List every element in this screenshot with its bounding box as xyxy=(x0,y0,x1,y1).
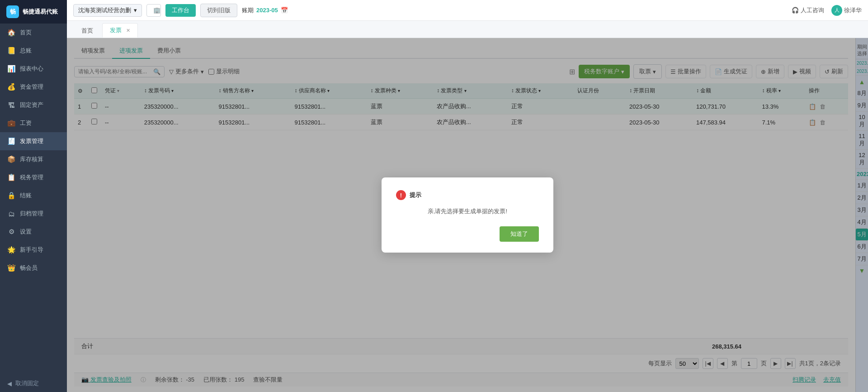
main-area: 沈海英测试经营勿删 ▾ 🏢 工作台 切到旧版 账期 2023-05 📅 🎧 人工… xyxy=(67,0,868,392)
sidebar-item-label: 新手引导 xyxy=(20,246,43,254)
sidebar-item-inventory[interactable]: 📦 库存核算 xyxy=(0,150,67,168)
tax-icon: 📋 xyxy=(7,173,15,182)
reports-icon: 📊 xyxy=(7,65,15,73)
help-button[interactable]: 🎧 人工咨询 xyxy=(792,6,824,14)
home-icon: 🏠 xyxy=(7,29,15,37)
sidebar-item-guide[interactable]: 🌟 新手引导 xyxy=(0,241,67,259)
content-area: 销项发票 进项发票 费用小票 🔍 ▽ 更多条件 ▾ xyxy=(67,38,868,392)
sidebar-item-label: 发票管理 xyxy=(20,137,43,145)
company-name: 沈海英测试经营勿删 xyxy=(78,6,131,14)
sidebar-item-label: 工资 xyxy=(20,119,32,127)
period-value: 2023-05 xyxy=(256,7,278,14)
tab-home[interactable]: 首页 xyxy=(74,24,100,38)
sidebar-item-invoices[interactable]: 🧾 发票管理 xyxy=(0,132,67,150)
logo-icon: 畅 xyxy=(6,5,19,18)
tab-invoices[interactable]: 发票 ✕ xyxy=(102,23,138,38)
main-content: 销项发票 进项发票 费用小票 🔍 ▽ 更多条件 ▾ xyxy=(67,38,855,392)
period-display: 账期 2023-05 📅 xyxy=(242,6,288,14)
calendar-icon[interactable]: 📅 xyxy=(281,7,288,14)
tab-close-icon[interactable]: ✕ xyxy=(126,28,130,33)
company-icon-btn[interactable]: 🏢 xyxy=(146,4,161,17)
invoices-icon: 🧾 xyxy=(7,137,15,145)
sidebar-item-label: 畅会员 xyxy=(20,264,38,272)
help-label: 人工咨询 xyxy=(801,6,824,14)
dialog-title: ! 提示 xyxy=(396,190,539,200)
vip-icon: 👑 xyxy=(7,264,15,272)
sidebar-item-closing[interactable]: 🔒 结账 xyxy=(0,186,67,205)
sidebar-logo: 畅 畅捷通易代账 xyxy=(0,0,67,24)
topbar: 沈海英测试经营勿删 ▾ 🏢 工作台 切到旧版 账期 2023-05 📅 🎧 人工… xyxy=(67,0,868,21)
switch-version-button[interactable]: 切到旧版 xyxy=(200,4,237,17)
payroll-icon: 💼 xyxy=(7,119,15,127)
sidebar-item-label: 固定资产 xyxy=(20,101,43,109)
ledger-icon: 📒 xyxy=(7,47,15,55)
sidebar: 畅 畅捷通易代账 🏠 首页 📒 总账 📊 报表中心 💰 资金管理 🏗 固定资产 … xyxy=(0,0,67,392)
sidebar-item-label: 库存核算 xyxy=(20,155,43,163)
period-label: 账期 xyxy=(242,6,254,14)
sidebar-item-label: 首页 xyxy=(20,29,32,37)
tab-invoices-label: 发票 xyxy=(110,27,122,33)
dialog-message: 亲,请先选择要生成单据的发票! xyxy=(396,207,539,215)
company-selector[interactable]: 沈海英测试经营勿删 ▾ xyxy=(73,4,142,17)
dialog-footer: 知道了 xyxy=(396,226,539,242)
settings-icon: ⚙ xyxy=(7,228,15,236)
sidebar-item-label: 总账 xyxy=(20,47,32,55)
sidebar-item-label: 结账 xyxy=(20,191,32,200)
sidebar-item-fixed-assets[interactable]: 🏗 固定资产 xyxy=(0,96,67,114)
funds-icon: 💰 xyxy=(7,83,15,91)
sidebar-item-payroll[interactable]: 💼 工资 xyxy=(0,114,67,132)
dialog-ok-button[interactable]: 知道了 xyxy=(500,226,539,242)
sidebar-item-archive[interactable]: 🗂 归档管理 xyxy=(0,205,67,223)
sidebar-item-label: 归档管理 xyxy=(20,210,43,218)
sidebar-item-label: 税务管理 xyxy=(20,173,43,182)
page-tabs: 首页 发票 ✕ xyxy=(67,21,868,38)
guide-icon: 🌟 xyxy=(7,246,15,254)
sidebar-item-label: 报表中心 xyxy=(20,65,43,73)
sidebar-item-tax[interactable]: 📋 税务管理 xyxy=(0,168,67,186)
pin-icon: ◀ xyxy=(7,380,12,387)
warning-icon: ! xyxy=(396,190,406,200)
headset-icon: 🎧 xyxy=(792,7,799,14)
sidebar-item-vip[interactable]: 👑 畅会员 xyxy=(0,259,67,277)
sidebar-item-funds[interactable]: 💰 资金管理 xyxy=(0,78,67,96)
username: 徐泽华 xyxy=(844,6,862,14)
inventory-icon: 📦 xyxy=(7,155,15,163)
unpin-label: 取消固定 xyxy=(15,379,39,387)
closing-icon: 🔒 xyxy=(7,191,15,200)
tab-home-label: 首页 xyxy=(81,27,93,34)
app-name: 畅捷通易代账 xyxy=(23,8,58,16)
fixed-assets-icon: 🏗 xyxy=(7,101,15,109)
topbar-right: 🎧 人工咨询 人 徐泽华 xyxy=(792,5,862,16)
sidebar-item-settings[interactable]: ⚙ 设置 xyxy=(0,223,67,241)
dialog: ! 提示 亲,请先选择要生成单据的发票! 知道了 xyxy=(382,177,553,253)
sidebar-item-label: 设置 xyxy=(20,228,32,236)
sidebar-unpin[interactable]: ◀ 取消固定 xyxy=(0,375,67,392)
dialog-title-text: 提示 xyxy=(410,191,421,199)
sidebar-item-ledger[interactable]: 📒 总账 xyxy=(0,42,67,60)
sidebar-item-label: 资金管理 xyxy=(20,83,43,91)
sidebar-item-home[interactable]: 🏠 首页 xyxy=(0,24,67,42)
chevron-down-icon: ▾ xyxy=(134,7,137,14)
workbench-button[interactable]: 工作台 xyxy=(165,4,196,17)
dialog-overlay: ! 提示 亲,请先选择要生成单据的发票! 知道了 xyxy=(67,38,855,392)
user-avatar-icon: 人 xyxy=(831,5,842,16)
user-menu[interactable]: 人 徐泽华 xyxy=(831,5,862,16)
archive-icon: 🗂 xyxy=(7,210,15,218)
sidebar-item-reports[interactable]: 📊 报表中心 xyxy=(0,60,67,78)
